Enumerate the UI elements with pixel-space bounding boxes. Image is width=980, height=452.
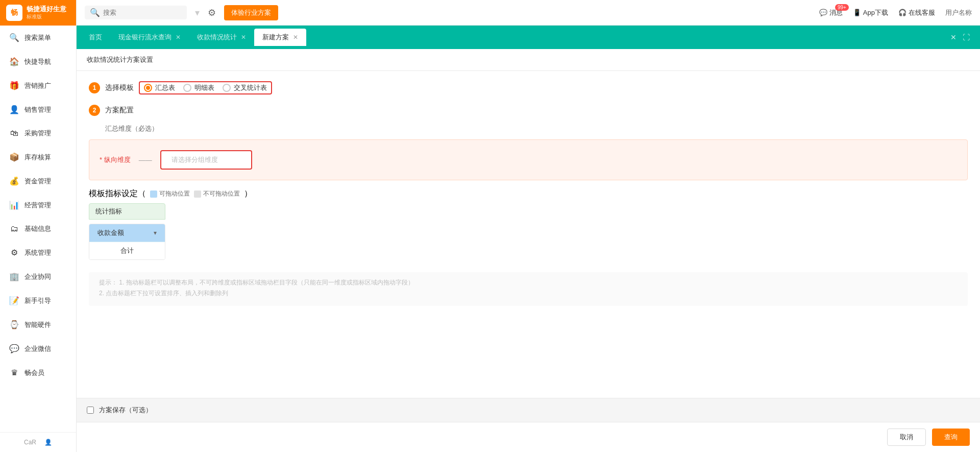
sidebar-logo: 畅 畅捷通好生意 标准版 [0,0,76,26]
search-box[interactable]: 🔍 [85,6,187,19]
app-icon: 📱 [853,9,861,16]
sidebar-item-label: 新手引导 [24,296,51,305]
sidebar-item-finance[interactable]: 💰 资金管理 [0,169,76,193]
metrics-config-label: 模板指标设定（ [89,188,146,199]
step2-num: 2 [89,105,100,116]
box-icon: 📦 [9,152,19,162]
sidebar-item-label: 资金管理 [24,177,51,186]
home-icon: 🏠 [9,57,19,66]
chat-icon: 💬 [9,344,19,353]
tab-receipt-stat-close[interactable]: ✕ [241,34,246,41]
tab-bank-flow[interactable]: 现金银行流水查询 ✕ [110,29,189,46]
vertical-dimension-label: * 纵向维度 [100,155,131,164]
metrics-header[interactable]: 收款金额 ▾ [89,224,165,242]
radio-cross-label: 交叉统计表 [234,83,267,92]
app-download-btn[interactable]: 📱 App下载 [853,8,888,17]
window-controls: ✕ ⛶ [944,33,976,41]
tab-new-plan-close[interactable]: ✕ [293,34,298,41]
topbar-dropdown-icon[interactable]: ▾ [195,7,200,18]
tab-new-plan-label: 新建方案 [262,33,289,42]
topbar-gear-icon[interactable]: ⚙ [208,7,216,18]
save-plan-label: 方案保存（可选） [99,406,152,415]
metrics-table: 收款金额 ▾ 合计 [89,224,165,260]
sidebar-item-marketing[interactable]: 🎁 营销推广 [0,74,76,98]
sidebar-item-label: 搜索菜单 [24,33,51,42]
tab-receipt-stat-label: 收款情况统计 [197,33,237,42]
service-icon: 🎧 [898,9,906,16]
action-bar: 取消 查询 [77,422,980,452]
sidebar-item-label: 基础信息 [24,224,51,233]
step2-section: 2 方案配置 汇总维度（必选） * 纵向维度 —— 请选择分组维度 模板指标设定… [89,105,968,306]
folder-icon: 🗂 [9,224,19,233]
legend-fixed-label: 不可拖动位置 [203,189,240,198]
metrics-header-dropdown-icon[interactable]: ▾ [154,229,157,236]
message-badge: 99+ [835,4,849,11]
vertical-dimension-row: * 纵向维度 —— 请选择分组维度 [100,150,957,170]
sidebar-bottom-btn1[interactable]: CaR [24,439,36,446]
sidebar-bottom-btn2[interactable]: 👤 [44,439,52,446]
sidebar-item-base-info[interactable]: 🗂 基础信息 [0,217,76,241]
trial-btn[interactable]: 体验行业方案 [224,5,278,20]
content-area: 收款情况统计方案设置 1 选择模板 汇总表 明细表 [77,49,980,452]
sidebar-item-label: 库存核算 [24,153,51,162]
sidebar-item-label: 系统管理 [24,248,51,257]
sidebar-item-search-menu[interactable]: 🔍 搜索菜单 [0,26,76,50]
sidebar-item-label: 智能硬件 [24,320,51,329]
step2-title: 方案配置 [105,106,134,115]
dimension-select[interactable]: 请选择分组维度 [160,150,252,170]
gear-icon: ⚙ [9,248,19,257]
username: 用户名称 [945,8,972,17]
chart-icon: 📊 [9,200,19,210]
cancel-button[interactable]: 取消 [887,429,926,446]
dimension-arrow: —— [139,156,152,164]
sidebar-item-operation[interactable]: 📊 经营管理 [0,193,76,217]
message-btn[interactable]: 💬 消息 99+ [819,8,843,17]
search-input[interactable] [103,9,175,16]
sidebar-item-wechat[interactable]: 💬 企业微信 [0,337,76,361]
sidebar-item-enterprise[interactable]: 🏢 企业协同 [0,265,76,289]
window-close-icon[interactable]: ✕ [950,33,957,41]
sidebar-item-label: 快捷导航 [24,57,51,66]
page-footer: 方案保存（可选） [77,398,980,422]
window-maximize-icon[interactable]: ⛶ [963,33,970,41]
sidebar-item-guide[interactable]: 📝 新手引导 [0,289,76,313]
step1-num: 1 [89,82,100,93]
tab-receipt-stat[interactable]: 收款情况统计 ✕ [189,29,254,46]
legend-fixed: 不可拖动位置 [194,189,240,198]
radio-cross-dot[interactable] [223,84,231,92]
page-header: 收款情况统计方案设置 [77,49,980,71]
online-service-btn[interactable]: 🎧 在线客服 [898,8,935,17]
tab-home[interactable]: 首页 [81,29,110,46]
sidebar-item-label: 企业协同 [24,272,51,281]
tab-new-plan[interactable]: 新建方案 ✕ [254,29,306,46]
sidebar-item-label: 营销推广 [24,81,51,90]
sidebar-item-label: 采购管理 [24,129,51,138]
query-button[interactable]: 查询 [932,429,970,446]
radio-detail[interactable]: 明细表 [183,83,214,92]
sidebar-item-hardware[interactable]: ⌚ 智能硬件 [0,313,76,337]
search-icon: 🔍 [90,8,100,17]
sidebar: 畅 畅捷通好生意 标准版 🔍 搜索菜单 🏠 快捷导航 🎁 营销推广 👤 销售管理… [0,0,77,452]
sidebar-item-label: 经营管理 [24,201,51,210]
radio-detail-dot[interactable] [183,84,191,92]
step1-title: 选择模板 [105,83,134,92]
radio-summary-dot[interactable] [144,84,152,92]
step1-header: 1 选择模板 汇总表 明细表 交叉统计表 [89,81,968,94]
tips-section: 提示： 1. 拖动标题栏可以调整布局，不可跨维度或指标区域拖动栏目字段（只能在同… [89,272,968,306]
gift-icon: 🎁 [9,81,19,90]
sidebar-nav: 🔍 搜索菜单 🏠 快捷导航 🎁 营销推广 👤 销售管理 🛍 采购管理 📦 库存核… [0,26,76,432]
radio-summary[interactable]: 汇总表 [144,83,175,92]
sidebar-item-sales[interactable]: 👤 销售管理 [0,98,76,122]
sidebar-item-inventory[interactable]: 📦 库存核算 [0,145,76,169]
tab-bank-flow-close[interactable]: ✕ [176,34,181,41]
radio-cross[interactable]: 交叉统计表 [223,83,267,92]
topbar: 🔍 ▾ ⚙ 体验行业方案 💬 消息 99+ 📱 App下载 🎧 在线客服 用户名… [77,0,980,26]
sidebar-item-system[interactable]: ⚙ 系统管理 [0,241,76,265]
sidebar-item-purchase[interactable]: 🛍 采购管理 [0,122,76,145]
save-plan-checkbox[interactable] [87,407,94,414]
sidebar-item-quick-nav[interactable]: 🏠 快捷导航 [0,50,76,74]
sidebar-item-member[interactable]: ♛ 畅会员 [0,361,76,385]
search-menu-icon: 🔍 [9,33,19,42]
tip1: 提示： 1. 拖动标题栏可以调整布局，不可跨维度或指标区域拖动栏目字段（只能在同… [99,278,958,287]
bag-icon: 🛍 [9,129,19,138]
